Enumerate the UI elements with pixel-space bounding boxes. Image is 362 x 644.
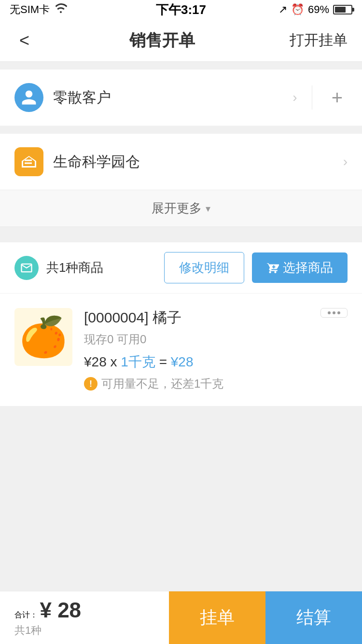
total-count: 共1种 bbox=[14, 623, 154, 638]
total-amount: ¥ 28 bbox=[40, 598, 81, 622]
select-product-label: 选择商品 bbox=[283, 259, 333, 276]
total-label: 合计： bbox=[14, 611, 38, 619]
status-left: 无SIM卡 bbox=[10, 2, 67, 17]
products-count: 共1种商品 bbox=[46, 259, 164, 276]
gray-area bbox=[0, 406, 362, 599]
bottom-total: 合计： ¥ 28 共1种 bbox=[0, 598, 169, 638]
wifi-icon bbox=[55, 3, 67, 16]
back-button[interactable]: < bbox=[14, 26, 34, 56]
product-warning: ! 可用量不足，还差1千克 bbox=[84, 376, 348, 392]
warehouse-section: 生命科学园仓 › bbox=[0, 134, 362, 190]
battery-percent: 69% bbox=[308, 3, 329, 16]
battery-icon bbox=[333, 5, 352, 14]
divider-top bbox=[0, 62, 362, 70]
customer-avatar bbox=[14, 83, 43, 112]
add-customer-button[interactable]: + bbox=[327, 87, 348, 109]
warehouse-row[interactable]: 生命科学园仓 › bbox=[0, 134, 362, 190]
divider-vertical bbox=[312, 85, 312, 110]
product-unit-price: ¥28 bbox=[84, 354, 107, 369]
location-icon: ↗ bbox=[278, 3, 287, 16]
warehouse-icon bbox=[14, 147, 43, 176]
warehouse-chevron-icon: › bbox=[343, 154, 348, 169]
customer-name: 零散客户 bbox=[53, 88, 292, 108]
warning-icon: ! bbox=[84, 377, 97, 391]
select-product-button[interactable]: 选择商品 bbox=[252, 252, 348, 283]
orange-image: 🍊 bbox=[19, 314, 68, 360]
expand-more-button[interactable]: 展开更多 ▾ bbox=[0, 190, 362, 227]
status-time: 下午3:17 bbox=[156, 1, 206, 18]
product-image: 🍊 bbox=[14, 308, 72, 366]
product-item: 🍊 [0000004] 橘子 现存0 可用0 ¥28 x bbox=[0, 294, 362, 406]
products-header: 共1种商品 修改明细 选择商品 bbox=[0, 242, 362, 294]
hold-button[interactable]: 挂单 bbox=[169, 591, 265, 644]
product-more-button[interactable] bbox=[320, 308, 348, 318]
product-code: [0000004] bbox=[84, 309, 148, 325]
open-hold-button[interactable]: 打开挂单 bbox=[290, 30, 348, 50]
customer-row[interactable]: 零散客户 › + bbox=[0, 70, 362, 126]
expand-more-label: 展开更多 bbox=[152, 200, 202, 217]
product-equals: = bbox=[159, 354, 171, 369]
product-quantity[interactable]: 1千克 bbox=[121, 354, 155, 369]
warehouse-name: 生命科学园仓 bbox=[53, 152, 343, 172]
product-multiplier: x bbox=[111, 354, 121, 369]
bottom-bar: 合计： ¥ 28 共1种 挂单 结算 bbox=[0, 591, 362, 644]
warning-text: 可用量不足，还差1千克 bbox=[101, 376, 223, 392]
nav-bar: < 销售开单 打开挂单 bbox=[0, 19, 362, 62]
chevron-right-icon: › bbox=[292, 90, 297, 105]
product-stock: 现存0 可用0 bbox=[84, 332, 348, 347]
product-name-row: [0000004] 橘子 bbox=[84, 308, 348, 328]
status-right: ↗ ⏰ 69% bbox=[278, 3, 352, 16]
alarm-icon: ⏰ bbox=[291, 3, 304, 16]
product-price-row: ¥28 x 1千克 = ¥28 bbox=[84, 353, 348, 371]
total-row: 合计： ¥ 28 bbox=[14, 598, 154, 622]
customer-row-right: › + bbox=[292, 85, 348, 110]
carrier-label: 无SIM卡 bbox=[10, 2, 50, 17]
page-title: 销售开单 bbox=[129, 29, 195, 52]
edit-detail-button[interactable]: 修改明细 bbox=[164, 252, 244, 283]
product-name: [0000004] 橘子 bbox=[84, 308, 320, 328]
status-bar: 无SIM卡 下午3:17 ↗ ⏰ 69% bbox=[0, 0, 362, 19]
customer-section: 零散客户 › + bbox=[0, 70, 362, 126]
chevron-down-icon: ▾ bbox=[206, 203, 210, 214]
products-section: 共1种商品 修改明细 选择商品 🍊 [0000004] 橘子 bbox=[0, 242, 362, 406]
products-icon bbox=[14, 256, 39, 280]
product-info: [0000004] 橘子 现存0 可用0 ¥28 x 1千克 = ¥28 bbox=[84, 308, 348, 392]
divider-warehouse-top bbox=[0, 126, 362, 134]
divider-products-top bbox=[0, 227, 362, 235]
product-total: ¥28 bbox=[171, 354, 194, 369]
checkout-button[interactable]: 结算 bbox=[265, 591, 362, 644]
